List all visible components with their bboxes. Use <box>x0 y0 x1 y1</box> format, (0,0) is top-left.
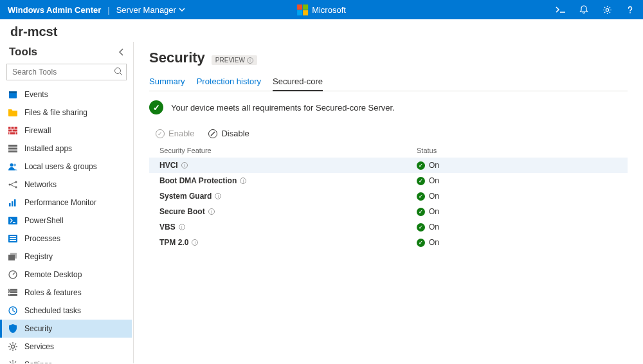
table-row[interactable]: System Guard i✓On <box>149 188 628 204</box>
feature-name: System Guard i <box>159 192 417 201</box>
notifications-icon[interactable] <box>579 5 589 15</box>
status-on-icon: ✓ <box>417 239 425 247</box>
table-row[interactable]: VBS i✓On <box>149 219 628 235</box>
status-on-icon: ✓ <box>417 223 425 232</box>
table-row[interactable]: TPM 2.0 i✓On <box>149 235 628 250</box>
info-icon[interactable]: i <box>208 208 215 215</box>
svg-rect-6 <box>8 148 17 150</box>
status-cell: ✓On <box>417 176 617 185</box>
sidebar-item-powershell[interactable]: PowerShell <box>0 212 132 230</box>
status-cell: ✓On <box>417 207 617 216</box>
svg-point-28 <box>9 292 10 293</box>
status-on-icon: ✓ <box>417 192 425 201</box>
sidebar-item-remote-desktop[interactable]: Remote Desktop <box>0 266 132 284</box>
svg-point-0 <box>606 8 608 11</box>
svg-rect-3 <box>9 91 17 93</box>
tasks-icon <box>8 305 18 316</box>
status-banner: ✓ Your device meets all requirements for… <box>149 100 628 114</box>
tabs: SummaryProtection historySecured-core <box>149 73 628 91</box>
disable-action[interactable]: Disable <box>208 129 249 138</box>
tab-protection-history[interactable]: Protection history <box>197 73 261 91</box>
status-on-icon: ✓ <box>417 177 425 185</box>
settings-icon[interactable] <box>602 5 612 15</box>
perf-icon <box>8 197 18 208</box>
feature-name: Secure Boot i <box>159 207 417 216</box>
info-icon[interactable]: i <box>215 193 221 199</box>
sidebar-item-label: Security <box>24 324 52 333</box>
col-status: Status <box>417 147 617 154</box>
sidebar-item-processes[interactable]: Processes <box>0 230 132 248</box>
sidebar-item-label: Installed apps <box>24 144 72 153</box>
shield-icon <box>8 323 18 334</box>
server-name: dr-mcst <box>0 19 643 42</box>
sidebar-item-settings[interactable]: Settings <box>0 356 132 363</box>
svg-rect-5 <box>8 145 17 147</box>
sidebar-item-files-file-sharing[interactable]: Files & file sharing <box>0 104 132 122</box>
sidebar-item-label: Settings <box>24 360 52 363</box>
tab-secured-core[interactable]: Secured-core <box>273 73 323 91</box>
svg-rect-13 <box>9 203 11 206</box>
svg-point-27 <box>9 289 10 291</box>
sidebar-item-performance-monitor[interactable]: Performance Monitor <box>0 194 132 212</box>
cloud-shell-icon[interactable] <box>556 5 566 15</box>
col-feature: Security Feature <box>159 147 417 154</box>
info-icon[interactable]: i <box>192 239 198 246</box>
table-row[interactable]: Secure Boot i✓On <box>149 204 628 219</box>
info-icon[interactable]: i <box>240 177 246 184</box>
context-dropdown[interactable]: Server Manager <box>116 5 185 15</box>
svg-point-29 <box>9 295 10 296</box>
sidebar-item-label: Firewall <box>24 126 51 135</box>
app-title[interactable]: Windows Admin Center <box>8 5 101 15</box>
sidebar-item-label: PowerShell <box>24 216 64 225</box>
help-icon[interactable] <box>625 5 635 15</box>
brand: Microsoft <box>297 5 346 15</box>
sidebar-item-registry[interactable]: Registry <box>0 248 132 266</box>
main-content: Security PREVIEW i SummaryProtection his… <box>134 42 643 363</box>
tools-title: Tools <box>9 46 37 59</box>
disable-icon <box>208 129 217 138</box>
svg-rect-16 <box>8 217 17 224</box>
feature-name: HVCI i <box>159 161 417 170</box>
feature-name: TPM 2.0 i <box>159 238 417 247</box>
sidebar: Tools EventsFiles & file sharingFirewall… <box>0 42 134 363</box>
powershell-icon <box>8 215 18 226</box>
chevron-down-icon <box>179 6 185 13</box>
svg-rect-7 <box>8 150 17 152</box>
tab-summary[interactable]: Summary <box>149 73 185 91</box>
sidebar-item-events[interactable]: Events <box>0 86 132 104</box>
sidebar-item-firewall[interactable]: Firewall <box>0 122 132 140</box>
info-icon[interactable]: i <box>181 162 188 168</box>
search-tools-input[interactable] <box>6 64 127 80</box>
info-icon[interactable]: i <box>179 224 185 230</box>
apps-icon <box>8 143 18 154</box>
sidebar-item-security[interactable]: Security <box>0 320 132 338</box>
sidebar-item-scheduled-tasks[interactable]: Scheduled tasks <box>0 302 132 320</box>
tools-list[interactable]: EventsFiles & file sharingFirewallInstal… <box>0 86 133 363</box>
enable-action: ✓ Enable <box>156 129 194 138</box>
svg-point-32 <box>12 363 15 364</box>
sidebar-item-local-users-groups[interactable]: Local users & groups <box>0 158 132 176</box>
sidebar-item-label: Registry <box>24 252 53 261</box>
status-cell: ✓On <box>417 161 617 170</box>
collapse-sidebar-icon[interactable] <box>119 48 124 56</box>
svg-point-1 <box>115 68 121 74</box>
status-cell: ✓On <box>417 223 617 232</box>
sidebar-item-label: Processes <box>24 234 60 243</box>
status-on-icon: ✓ <box>417 161 425 170</box>
svg-rect-20 <box>10 240 16 241</box>
table-row[interactable]: HVCI i✓On <box>149 158 628 173</box>
gear-icon <box>8 341 18 352</box>
remote-icon <box>8 269 18 280</box>
registry-icon <box>8 251 18 262</box>
sidebar-item-installed-apps[interactable]: Installed apps <box>0 140 132 158</box>
sidebar-item-networks[interactable]: Networks <box>0 176 132 194</box>
info-icon[interactable]: i <box>247 57 253 64</box>
feature-name: Boot DMA Protection i <box>159 176 417 185</box>
success-check-icon: ✓ <box>149 100 163 114</box>
table-row[interactable]: Boot DMA Protection i✓On <box>149 173 628 188</box>
feature-name: VBS i <box>159 223 417 232</box>
folder-icon <box>8 107 18 118</box>
sidebar-item-services[interactable]: Services <box>0 338 132 356</box>
sidebar-item-roles-features[interactable]: Roles & features <box>0 284 132 302</box>
svg-rect-22 <box>10 253 17 259</box>
